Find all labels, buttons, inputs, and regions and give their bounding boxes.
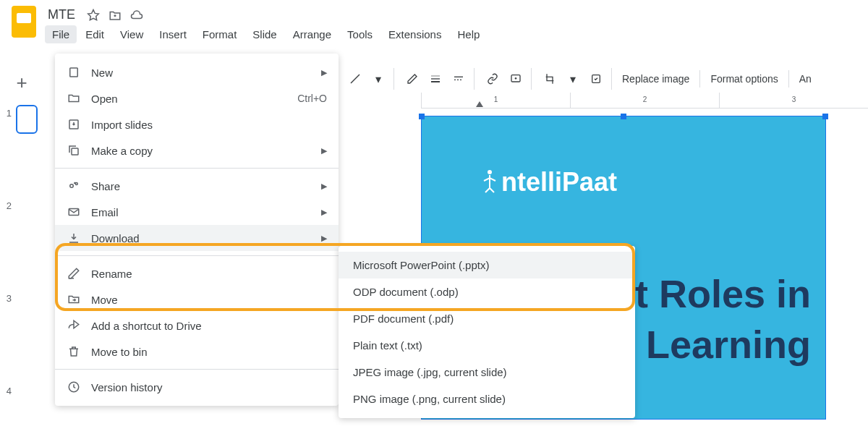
menu-import-slides[interactable]: Import slides xyxy=(55,111,339,137)
animate-button[interactable]: An xyxy=(792,69,819,89)
download-odp[interactable]: ODP document (.odp) xyxy=(339,278,635,305)
menu-file[interactable]: File xyxy=(45,25,77,43)
folder-icon xyxy=(67,91,81,106)
menu-make-copy[interactable]: Make a copy ▶ xyxy=(55,137,339,163)
pencil-icon[interactable] xyxy=(401,68,423,90)
reset-image-icon[interactable] xyxy=(585,68,607,90)
svg-rect-13 xyxy=(72,148,78,155)
menu-rename[interactable]: Rename xyxy=(55,260,339,286)
slide-text-line: e Learning xyxy=(613,319,811,370)
menu-open[interactable]: Open Ctrl+O xyxy=(55,85,339,111)
menu-share[interactable]: Share ▶ xyxy=(55,173,339,199)
link-icon[interactable] xyxy=(482,68,503,90)
menu-label: Download xyxy=(91,232,321,244)
svg-marker-0 xyxy=(88,9,99,20)
menu-shortcut: Ctrl+O xyxy=(297,93,327,104)
comment-icon[interactable] xyxy=(505,68,527,90)
svg-rect-11 xyxy=(70,68,78,77)
star-icon[interactable] xyxy=(87,9,100,22)
resize-handle[interactable] xyxy=(822,114,828,119)
dropdown-caret-icon[interactable]: ▾ xyxy=(367,68,389,90)
menu-email[interactable]: Email ▶ xyxy=(55,199,339,225)
menu-label: Version history xyxy=(91,381,327,393)
import-icon xyxy=(67,117,81,132)
crop-icon[interactable] xyxy=(539,68,561,90)
toolbar: ▾ ▾ Replace image Format options An xyxy=(340,64,819,94)
download-icon xyxy=(67,231,81,245)
menu-new[interactable]: New ▶ xyxy=(55,59,339,85)
cloud-status-icon[interactable] xyxy=(130,9,143,22)
slide-thumbnail[interactable] xyxy=(16,197,38,226)
trash-icon xyxy=(67,344,81,359)
resize-handle[interactable] xyxy=(419,114,425,119)
menu-label: Rename xyxy=(91,268,327,280)
line-tool-icon[interactable] xyxy=(344,68,366,90)
menu-label: Move to bin xyxy=(91,346,327,358)
menu-bar: File Edit View Insert Format Slide Arran… xyxy=(45,25,856,43)
move-to-folder-icon[interactable] xyxy=(109,9,122,22)
menu-format[interactable]: Format xyxy=(195,25,244,43)
menu-move-to-bin[interactable]: Move to bin xyxy=(55,339,339,365)
add-slide-button[interactable]: + xyxy=(9,69,35,95)
menu-insert[interactable]: Insert xyxy=(152,25,194,43)
menu-edit[interactable]: Edit xyxy=(78,25,111,43)
menu-slide[interactable]: Slide xyxy=(245,25,284,43)
slide-thumbnail[interactable] xyxy=(16,383,38,412)
download-pdf[interactable]: PDF document (.pdf) xyxy=(339,305,635,332)
replace-image-button[interactable]: Replace image xyxy=(615,69,697,89)
share-icon xyxy=(67,179,81,193)
menu-label: Move xyxy=(91,294,327,306)
logo-text: ntelliPaat xyxy=(501,167,617,197)
email-icon xyxy=(67,205,81,219)
svg-point-19 xyxy=(488,170,492,174)
move-icon xyxy=(67,292,81,307)
submenu-arrow-icon: ▶ xyxy=(321,146,327,156)
svg-line-1 xyxy=(351,75,359,83)
thumb-number: 2 xyxy=(4,197,16,211)
download-jpeg[interactable]: JPEG image (.jpg, current slide) xyxy=(339,359,635,386)
download-pptx[interactable]: Microsoft PowerPoint (.pptx) xyxy=(339,252,635,278)
menu-label: Open xyxy=(91,93,297,105)
dropdown-caret-icon[interactable]: ▾ xyxy=(562,68,584,90)
slide-thumbnail[interactable] xyxy=(16,105,38,134)
menu-label: Email xyxy=(91,206,321,218)
shortcut-icon xyxy=(67,318,81,333)
line-dash-icon[interactable] xyxy=(448,68,469,90)
submenu-arrow-icon: ▶ xyxy=(321,182,327,191)
ruler-tick: 2 xyxy=(570,93,719,108)
menu-version-history[interactable]: Version history xyxy=(55,374,339,400)
menu-download[interactable]: Download ▶ xyxy=(55,225,339,251)
slide-thumbnail[interactable] xyxy=(16,290,38,319)
menu-view[interactable]: View xyxy=(113,25,150,43)
slide-logo: ntelliPaat xyxy=(480,167,617,197)
ruler-tick: 1 xyxy=(421,93,570,108)
menu-label: Add a shortcut to Drive xyxy=(91,320,327,332)
menu-label: Share xyxy=(91,180,321,192)
copy-icon xyxy=(67,143,81,158)
menu-add-shortcut[interactable]: Add a shortcut to Drive xyxy=(55,312,339,339)
menu-help[interactable]: Help xyxy=(450,25,487,43)
menu-tools[interactable]: Tools xyxy=(340,25,380,43)
menu-label: Make a copy xyxy=(91,145,321,157)
document-title[interactable]: MTE xyxy=(45,6,78,24)
submenu-arrow-icon: ▶ xyxy=(321,208,327,217)
menu-extensions[interactable]: Extensions xyxy=(381,25,448,43)
line-weight-icon[interactable] xyxy=(425,68,446,90)
history-icon xyxy=(67,380,81,394)
file-dropdown-menu: New ▶ Open Ctrl+O Import slides Make a c… xyxy=(55,54,339,406)
rename-icon xyxy=(67,266,81,281)
menu-move[interactable]: Move xyxy=(55,286,339,312)
resize-handle[interactable] xyxy=(621,114,626,119)
svg-point-14 xyxy=(70,184,74,188)
download-submenu: Microsoft PowerPoint (.pptx) ODP documen… xyxy=(339,246,635,418)
ruler-tick: 3 xyxy=(719,93,868,108)
download-png[interactable]: PNG image (.png, current slide) xyxy=(339,386,635,412)
menu-arrange[interactable]: Arrange xyxy=(286,25,339,43)
download-txt[interactable]: Plain text (.txt) xyxy=(339,332,635,359)
slides-app-icon[interactable] xyxy=(12,6,38,41)
format-options-button[interactable]: Format options xyxy=(703,69,785,89)
logo-figure-icon xyxy=(480,168,500,197)
menu-label: New xyxy=(91,67,321,79)
thumb-number: 3 xyxy=(4,290,16,304)
menu-label: Import slides xyxy=(91,119,327,131)
